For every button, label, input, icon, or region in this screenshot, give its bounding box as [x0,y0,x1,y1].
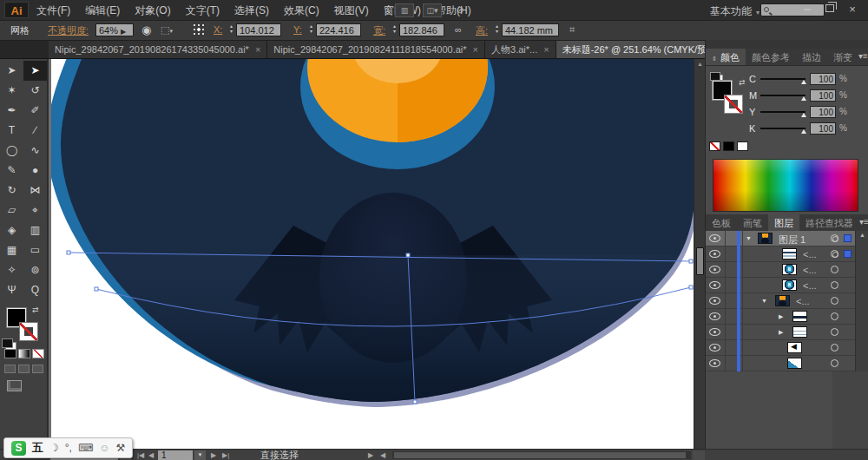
layer-row-2[interactable]: <... [706,246,868,262]
target-icon[interactable] [831,234,838,242]
color-mode-button[interactable] [4,349,16,358]
pen-tool[interactable]: ✒ [0,101,23,121]
visibility-eye-icon[interactable] [709,250,720,258]
layer-thumbnail[interactable] [787,342,802,353]
layer-row-8[interactable] [706,340,868,356]
screen-mode-button[interactable] [7,380,22,391]
ime-fullhalf-icon[interactable]: ☽ [49,442,59,454]
pencil-tool[interactable]: ✎ [0,161,23,181]
gpu-performance-icon[interactable]: ⊘ [450,3,470,17]
document-tab-3[interactable]: 人物3.ai*...× [485,41,556,58]
transform-panel-icon[interactable]: ⌗ [569,24,575,36]
horizontal-scrollbar-thumb[interactable] [394,452,686,458]
target-icon[interactable] [831,359,838,367]
target-icon[interactable] [831,250,838,258]
panel-menu-icon[interactable]: ▾≡ [859,214,868,231]
constrain-proportions-icon[interactable]: ∞ [455,24,462,35]
visibility-eye-icon[interactable] [709,359,720,367]
ime-punctuation-icon[interactable]: °, [65,442,72,454]
layer-thumbnail[interactable] [782,248,797,260]
puppet-warp-tool[interactable]: ⌖ [23,200,47,220]
black-slider-track[interactable] [760,128,806,129]
magenta-slider-track[interactable] [760,95,806,96]
visibility-eye-icon[interactable] [709,312,720,320]
layer-name[interactable]: 图层 1 [779,233,806,246]
tab-stroke[interactable]: 描边 [796,49,827,65]
magic-wand-tool[interactable]: ✶ [0,81,23,101]
color-spectrum-bar[interactable] [713,159,858,212]
black-swatch[interactable] [723,141,734,151]
scroll-up-icon[interactable]: ▲ [856,232,868,238]
x-label[interactable]: X: [214,24,222,35]
layer-thumbnail[interactable] [782,279,797,291]
close-button[interactable]: × [844,3,861,16]
ime-emoji-icon[interactable]: ☺ [99,442,109,454]
last-artboard-icon[interactable]: ▶| [222,450,229,460]
layer-row-1[interactable]: ▼ 图层 1 [706,231,868,246]
none-swatch[interactable] [709,141,720,151]
target-icon[interactable] [831,328,838,336]
visibility-eye-icon[interactable] [709,234,720,242]
visibility-eye-icon[interactable] [709,281,720,289]
hand-tool[interactable]: Ψ [0,280,23,300]
height-label[interactable]: 高: [476,24,488,37]
x-value[interactable]: 104.012 [236,23,281,36]
blend-tool[interactable]: ⊚ [23,260,47,280]
ime-keyboard-icon[interactable]: ⌨ [78,442,93,454]
rotate-tool[interactable]: ↻ [0,181,23,200]
visibility-eye-icon[interactable] [709,297,720,305]
tab-close-icon[interactable]: × [255,44,260,55]
expand-icon[interactable]: ▶ [779,329,783,336]
black-value[interactable]: 100 [810,122,836,135]
stroke-color-swatch[interactable] [19,322,38,341]
tab-brushes[interactable]: 画笔 [737,214,768,231]
minimize-button[interactable] [799,3,816,16]
mesh-tool[interactable]: ▦ [0,240,23,260]
paintbrush-tool[interactable]: ✐ [23,101,47,121]
canvas[interactable] [49,59,694,449]
magenta-value[interactable]: 100 [810,89,836,102]
zoom-tool[interactable]: Q [23,280,47,300]
panel-menu-icon[interactable]: ▾≡ [858,49,868,65]
layer-row-3[interactable]: <... [706,262,868,278]
draw-behind-button[interactable] [18,365,30,373]
document-tab-2[interactable]: Nipic_29842067_20190824111818554000.ai*× [267,41,485,58]
menu-effect[interactable]: 效果(C) [284,3,319,18]
ellipse-tool[interactable]: ◯ [0,141,23,161]
restore-button[interactable] [821,3,838,16]
y-value[interactable]: 224.416 [316,23,361,36]
tab-close-icon[interactable]: × [543,44,549,55]
selection-style-icon[interactable]: ⬚▾ [161,24,173,36]
yellow-slider-thumb[interactable] [801,113,806,117]
visibility-eye-icon[interactable] [709,266,720,273]
panel-stroke-swatch[interactable] [724,95,743,114]
menu-type[interactable]: 文字(T) [186,3,220,18]
tab-layers[interactable]: 图层 [768,214,799,231]
menu-view[interactable]: 视图(V) [334,3,369,18]
cyan-value[interactable]: 100 [810,73,836,85]
height-value[interactable]: 44.182 mm [502,23,559,36]
tab-gradient[interactable]: 渐变 [827,49,858,65]
layer-thumbnail[interactable] [792,326,807,338]
target-icon[interactable] [831,312,838,320]
artboard-number-field[interactable]: 1 [158,450,193,460]
next-artboard-icon[interactable]: ▶ [211,450,216,460]
menu-object[interactable]: 对象(O) [135,3,170,18]
tab-pathfinder[interactable]: 路径查找器 [799,214,859,231]
document-tab-1[interactable]: Nipic_29842067_20190826174335045000.ai*× [49,41,267,58]
visibility-eye-icon[interactable] [709,328,720,336]
tab-color-guide[interactable]: 颜色参考 [746,49,796,65]
direct-selection-tool[interactable]: ➤ [23,61,47,81]
vertical-scrollbar-thumb[interactable] [696,247,704,275]
free-transform-tool[interactable]: ▱ [0,200,23,220]
layer-row-6[interactable]: ▶ [706,309,868,325]
opacity-value[interactable]: 64% ▶ [95,23,134,36]
black-slider-thumb[interactable] [801,129,806,134]
width-label[interactable]: 宽: [373,24,385,37]
workspace-switcher[interactable]: 基本功能 [710,4,760,19]
x-spinner[interactable] [227,23,235,34]
shaper-tool[interactable]: ∿ [23,141,47,161]
selection-tool[interactable]: ➤ [0,61,23,81]
graph-tool[interactable]: ▥ [23,220,47,240]
eyedropper-tool[interactable]: ✧ [0,260,23,280]
